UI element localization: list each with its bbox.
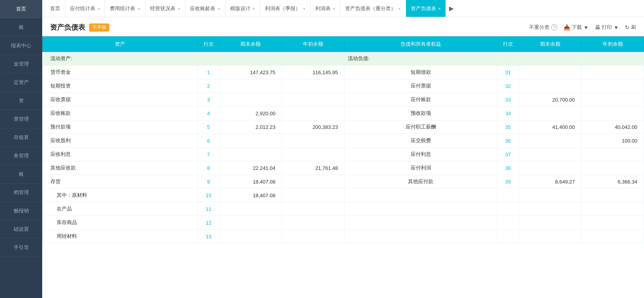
sidebar-item-file-mgmt[interactable]: 档管理 — [0, 184, 42, 202]
liability-start-balance — [581, 66, 644, 79]
liability-end-balance: 41,400.00 — [519, 120, 581, 134]
section-row-num-right — [497, 52, 519, 66]
liability-row-num — [497, 189, 519, 202]
tab-template-design[interactable]: 模版设计 × — [225, 0, 260, 17]
table-container: 资产 行次 期末余额 年初余额 负债和所有者权益 行次 期末余额 年初余额 流动… — [42, 36, 644, 251]
liability-end-balance — [519, 216, 581, 230]
tab-expense-stats[interactable]: 费用统计表 × — [105, 0, 145, 17]
liability-end-balance — [519, 107, 581, 120]
liability-row-num: 33 — [497, 93, 519, 107]
sidebar-item-invoice-mgmt[interactable]: 票管理 — [0, 110, 42, 128]
liability-name: 应付利润 — [344, 161, 497, 175]
liability-start-balance: 6,366.34 — [581, 175, 644, 189]
tab-close-profit[interactable]: × — [333, 6, 335, 11]
sidebar-item-basic-settings[interactable]: 础设置 — [0, 220, 42, 239]
col-row-num-right: 行次 — [497, 37, 519, 52]
asset-row-num: 10 — [198, 189, 219, 202]
tab-close-balance-sheet[interactable]: × — [438, 6, 441, 11]
asset-name: 库存商品 — [43, 216, 198, 230]
liability-name: 其他应付款 — [344, 175, 497, 189]
print-action[interactable]: 🖶 打印 ▼ — [595, 24, 619, 31]
liability-start-balance: 40,042.00 — [581, 120, 644, 134]
asset-row-num: 7 — [198, 148, 219, 161]
asset-start-balance — [282, 79, 344, 93]
table-row: 其中：原材料 10 18,407.08 — [43, 189, 644, 202]
help-icon[interactable]: ? — [551, 24, 557, 30]
tab-close-ops-status[interactable]: × — [178, 6, 180, 11]
asset-row-num: 2 — [198, 79, 219, 93]
tab-close-ap-stats[interactable]: × — [98, 6, 100, 11]
tab-ap-stats[interactable]: 应付统计表 × — [65, 0, 105, 17]
asset-start-balance: 21,761.48 — [282, 161, 344, 175]
liability-row-num: 37 — [497, 148, 519, 161]
refresh-action[interactable]: ↻ 刷 — [625, 24, 636, 31]
sidebar-item-fund-mgmt[interactable]: 金管理 — [0, 55, 42, 73]
sidebar: 首页 账 报表中心 金管理 定资产 资 票管理 存核算 务管理 账 档管理 畅报… — [0, 0, 42, 298]
asset-end-balance: 2,012.23 — [219, 120, 282, 134]
asset-row-num: 13 — [198, 230, 219, 243]
tab-ops-status[interactable]: 经营状况表 × — [145, 0, 185, 17]
liability-name: 应付利息 — [344, 148, 497, 161]
liability-name — [344, 189, 497, 202]
tab-close-balance-reclassify[interactable]: × — [398, 6, 401, 11]
sidebar-item-expense[interactable]: 畅报销 — [0, 202, 42, 220]
liability-row-num: 39 — [497, 175, 519, 189]
sidebar-item-guide[interactable]: 手引导 — [0, 239, 42, 257]
tab-close-template-design[interactable]: × — [253, 6, 255, 11]
liability-row-num: 36 — [497, 134, 519, 148]
asset-end-balance: 22,241.04 — [219, 161, 282, 175]
page-header: 资产负债表 不平衡 不重分类 ? 📥 下载 ▼ 🖶 打印 ▼ — [42, 17, 644, 36]
tab-close-profit-quarterly[interactable]: × — [303, 6, 305, 11]
sidebar-item-account[interactable]: 账 — [0, 18, 42, 37]
table-row: 存货 9 18,407.08 其他应付款 39 8,649.27 6,366.3… — [43, 175, 644, 189]
table-row: 货币资金 1 147,423.75 116,145.95 短期借款 31 — [43, 66, 644, 79]
col-start-balance-right: 年初余额 — [581, 37, 644, 52]
table-row: 预付款项 5 2,012.23 200,383.23 应付职工薪酬 35 41,… — [43, 120, 644, 134]
liability-start-balance — [581, 79, 644, 93]
tab-profit-quarterly[interactable]: 利润表（季报） × — [260, 0, 310, 17]
sidebar-item-inventory[interactable]: 存核算 — [0, 128, 42, 147]
asset-name: 货币资金 — [43, 66, 198, 79]
liability-start-balance — [581, 202, 644, 216]
download-chevron-icon: ▼ — [583, 25, 589, 30]
download-icon: 📥 — [564, 24, 570, 30]
asset-end-balance: 147,423.75 — [219, 66, 282, 79]
tab-close-expense-stats[interactable]: × — [138, 6, 140, 11]
asset-end-balance — [219, 134, 282, 148]
sidebar-item-business-mgmt[interactable]: 务管理 — [0, 147, 42, 165]
tab-home[interactable]: 首页 — [45, 0, 65, 17]
tab-balance-reclassify[interactable]: 资产负债表（重分类） × — [340, 0, 406, 17]
sidebar-item-ledger[interactable]: 账 — [0, 165, 42, 184]
asset-row-num: 12 — [198, 216, 219, 230]
col-start-balance-left: 年初余额 — [282, 37, 344, 52]
asset-start-balance — [282, 189, 344, 202]
col-end-balance-right: 期末余额 — [519, 37, 581, 52]
liability-name: 应交税费 — [344, 134, 497, 148]
print-chevron-icon: ▼ — [614, 25, 619, 30]
sidebar-item-home[interactable]: 首页 — [0, 0, 42, 18]
liability-start-balance — [581, 189, 644, 202]
table-row: 其他应收款 8 22,241.04 21,761.48 应付利润 38 — [43, 161, 644, 175]
main-area: 首页 应付统计表 × 费用统计表 × 经营状况表 × 应收账龄表 × 模版设计 … — [42, 0, 644, 298]
tab-close-ar-aging[interactable]: × — [218, 6, 220, 11]
asset-name: 应收票据 — [43, 93, 198, 107]
asset-end-balance — [219, 79, 282, 93]
liability-start-balance — [581, 230, 644, 243]
sidebar-item-assets[interactable]: 资 — [0, 92, 42, 110]
balance-sheet-table: 资产 行次 期末余额 年初余额 负债和所有者权益 行次 期末余额 年初余额 流动… — [42, 36, 644, 243]
non-redistribute-action[interactable]: 不重分类 ? — [529, 24, 557, 31]
asset-row-num: 6 — [198, 134, 219, 148]
sidebar-item-report-center[interactable]: 报表中心 — [0, 37, 42, 55]
tab-profit[interactable]: 利润表 × — [311, 0, 340, 17]
liability-row-num: 38 — [497, 161, 519, 175]
sidebar-item-fixed-assets[interactable]: 定资产 — [0, 73, 42, 92]
refresh-icon: ↻ — [625, 24, 630, 30]
liability-name — [344, 230, 497, 243]
liability-end-balance — [519, 134, 581, 148]
tab-scroll-right[interactable]: ▶ — [446, 5, 457, 12]
download-action[interactable]: 📥 下载 ▼ — [564, 24, 589, 31]
table-row: 应收票据 3 应付账款 33 20,700.00 — [43, 93, 644, 107]
tab-balance-sheet[interactable]: 资产负债表 × — [406, 0, 446, 17]
asset-name: 其他应收款 — [43, 161, 198, 175]
tab-ar-aging[interactable]: 应收账龄表 × — [185, 0, 225, 17]
